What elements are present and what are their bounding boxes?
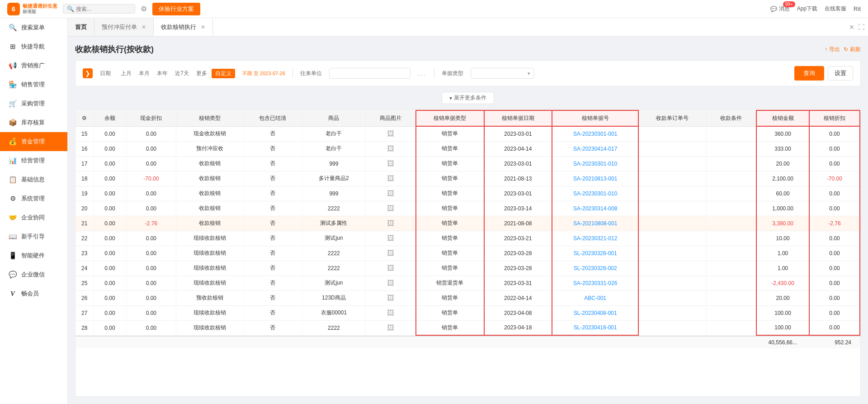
cell-verify_bill_no[interactable]: SL-20230328-001 [552,246,638,261]
filter-divider [292,69,293,78]
cell-verify_amount: 360.00 [756,126,809,141]
top-search-input[interactable] [76,6,130,12]
date-btn-more[interactable]: 更多 [193,69,210,78]
message-icon: 💬 [770,6,777,12]
cell-verify_amount: 20.00 [756,290,809,305]
sidebar-item-search[interactable]: 🔍 搜索菜单 [0,18,67,37]
gear-icon[interactable]: ⚙ [141,5,147,13]
cell-verify_bill_no[interactable]: SL-20230328-002 [552,261,638,276]
cell-verify_bill_no[interactable]: SA-20230331-026 [552,276,638,290]
cell-receipt_condition [706,320,756,335]
cell-id: 19 [75,186,94,201]
tab-verify[interactable]: 收款核销执行 ✕ [154,18,213,36]
industry-btn[interactable]: 休验行业方案 [152,3,200,15]
cell-verify_bill_date: 2023-03-14 [484,201,552,216]
date-btn-custom[interactable]: 自定义 [212,69,235,78]
sidebar-item-inventory[interactable]: 📦 库存核算 [0,113,67,132]
cell-verify_bill_no[interactable]: SA-20210813-001 [552,171,638,186]
expand-more-btn[interactable]: ▾ 展开更多条件 [442,92,494,104]
sidebar-item-label: 新手引导 [21,233,45,241]
cell-product: 2222 [302,261,365,276]
date-btn-this-year[interactable]: 本年 [154,69,170,78]
cell-verify_bill_type: 销货单 [416,261,484,276]
query-btn[interactable]: 查询 [794,66,824,81]
sidebar-item-quick-nav[interactable]: ⊞ 快捷导航 [0,37,67,56]
tab-close-all-icon[interactable]: ✕ [849,24,854,31]
cell-verify_bill_date: 2023-03-28 [484,246,552,261]
sidebar-item-newbie[interactable]: 📖 新手引导 [0,227,67,246]
sidebar-item-operation[interactable]: 📊 经营管理 [0,151,67,170]
page-actions: ↑ 导出 ↻ 刷新 [825,46,861,53]
main-layout: 🔍 搜索菜单 ⊞ 快捷导航 📢 营销推广 🏪 销售管理 🛒 采购管理 📦 库存核… [0,18,868,404]
cell-verify_bill_type: 销货单 [416,320,484,335]
cell-verify_discount: 0.00 [809,126,860,141]
voucher-type-select[interactable] [471,68,534,79]
cell-verify_bill_no[interactable]: SA-20210808-001 [552,216,638,231]
cell-cash_discount: 0.00 [126,261,176,276]
settings-btn[interactable]: 设置 [828,66,853,81]
sidebar-item-sales[interactable]: 🏪 销售管理 [0,75,67,94]
sidebar-item-marketing[interactable]: 📢 营销推广 [0,56,67,75]
voucher-type-label: 单据类型 [442,70,463,77]
cell-product_img: 🖼 [366,216,416,231]
tab-prepay-close[interactable]: ✕ [142,24,146,30]
export-btn[interactable]: ↑ 导出 [825,46,840,53]
cell-verify_bill_no[interactable]: SL-20230408-001 [552,305,638,320]
sidebar-item-member[interactable]: V 畅会员 [0,284,67,303]
tab-prepay[interactable]: 预付冲应付单 ✕ [94,18,154,36]
cell-include_settled: 否 [244,305,302,320]
col-settings: ⚙ [75,110,94,126]
cell-verify_discount: 0.00 [809,276,860,290]
cell-verify_bill_date: 2021-08-13 [484,171,552,186]
sidebar-item-system[interactable]: ⚙ 系统管理 [0,189,67,208]
cell-product: 老白干 [302,141,365,156]
footer-verify-discount: 952.24 [815,339,851,346]
sidebar-item-collab[interactable]: 🤝 企业协同 [0,208,67,227]
sidebar-item-wechat[interactable]: 💬 企业微信 [0,265,67,284]
date-btn-this-month[interactable]: 本月 [136,69,152,78]
date-btn-7days[interactable]: 近7天 [172,69,192,78]
sidebar-item-base-info[interactable]: 📋 基础信息 [0,170,67,189]
cell-verify_bill_no[interactable]: SA-20230301-001 [552,126,638,141]
smart-hw-icon: 📱 [9,252,17,260]
sidebar-item-finance[interactable]: 💰 资金管理 [0,132,67,151]
base-info-icon: 📋 [9,176,17,184]
tab-maximize-icon[interactable]: ⛶ [858,24,864,31]
tab-verify-close[interactable]: ✕ [201,24,205,30]
online-service-btn[interactable]: 在线客服 [825,5,846,13]
cell-verify_bill_no[interactable]: SA-20230301-010 [552,186,638,201]
sidebar-item-purchase[interactable]: 🛒 采购管理 [0,94,67,113]
cell-balance: 0.00 [94,261,126,276]
cell-include_settled: 否 [244,261,302,276]
app-download-btn[interactable]: App下载 [797,5,817,13]
cell-verify_amount: 1.00 [756,246,809,261]
cell-verify_discount: 0.00 [809,320,860,335]
cell-verify_bill_no[interactable]: SL-20230418-001 [552,320,638,335]
filter-expand-btn[interactable]: ❯ [83,68,93,78]
cell-id: 17 [75,156,94,171]
refresh-btn[interactable]: ↻ 刷新 [844,46,861,53]
cell-verify_amount: 1,000.00 [756,201,809,216]
refresh-icon: ↻ [844,46,848,52]
cell-verify_bill_no[interactable]: SA-20230314-008 [552,201,638,216]
cell-verify_discount: 0.00 [809,201,860,216]
sidebar-item-label: 搜索菜单 [21,24,45,32]
col-receipt-condition: 收款条件 [706,110,756,126]
message-btn[interactable]: 💬 消息 99+ [770,5,790,13]
cell-receipt_condition [706,216,756,231]
sidebar-item-smart-hw[interactable]: 📱 智能硬件 [0,246,67,265]
cell-verify_amount: 10.00 [756,231,809,246]
cell-verify_bill_no[interactable]: ABC-001 [552,290,638,305]
sidebar-item-label: 智能硬件 [21,252,45,260]
cell-receipt_condition [706,290,756,305]
tab-home[interactable]: 首页 [68,18,94,36]
cell-verify_bill_no[interactable]: SA-20230414-017 [552,141,638,156]
cell-product_img: 🖼 [366,156,416,171]
partner-input[interactable] [329,68,410,79]
date-btn-last-month[interactable]: 上月 [118,69,134,78]
tab-verify-label: 收款核销执行 [161,23,196,31]
cell-verify_bill_no[interactable]: SA-20230321-012 [552,231,638,246]
purchase-icon: 🛒 [9,100,17,108]
logo-icon: 6 [7,3,20,15]
cell-verify_bill_no[interactable]: SA-20230301-010 [552,156,638,171]
